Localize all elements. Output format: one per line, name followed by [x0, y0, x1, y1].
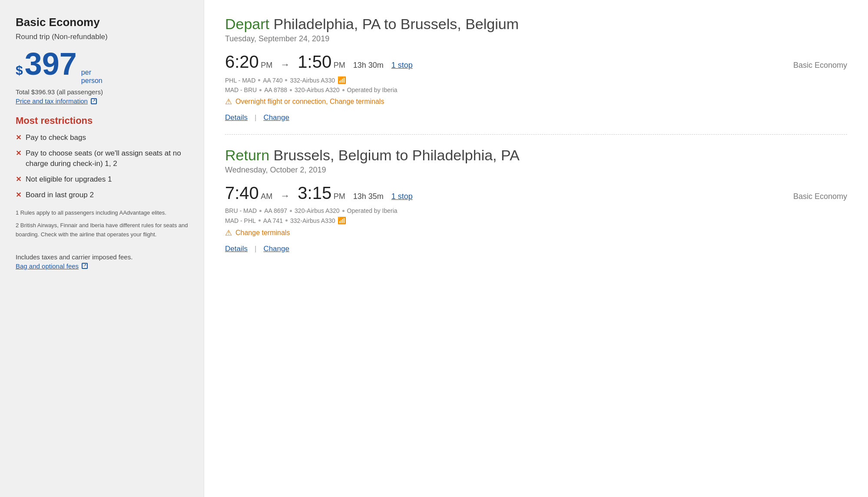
x-icon-3: ✕ — [16, 175, 21, 184]
restriction-item-3: ✕ Not eligible for upgrades 1 — [16, 174, 188, 185]
return-leg1-details: BRU - MAD AA 8697 320-Airbus A320 Operat… — [225, 207, 847, 214]
return-leg2-details: MAD - PHL AA 741 332-Airbus A330 📶 — [225, 216, 847, 225]
left-panel: Basic Economy Round trip (Non-refundable… — [0, 0, 204, 497]
restriction-item-4: ✕ Board in last group 2 — [16, 190, 188, 200]
wifi-icon-1: 📶 — [338, 76, 346, 84]
plan-title: Basic Economy — [16, 16, 188, 29]
return-header: Return Brussels, Belgium to Philadelphia… — [225, 147, 847, 164]
return-depart-time: 7:40 AM — [225, 183, 272, 203]
restriction-text-3: Not eligible for upgrades 1 — [26, 174, 112, 185]
wifi-icon-2: 📶 — [338, 216, 346, 225]
return-leg2-aircraft: 332-Airbus A330 — [290, 217, 335, 224]
depart-times-row: 6:20 PM → 1:50 PM 13h 30m 1 stop Basic E… — [225, 52, 847, 72]
depart-section: Depart Philadelphia, PA to Brussels, Bel… — [225, 16, 847, 122]
return-duration: 13h 35m — [353, 192, 384, 201]
footnote-2: 2 British Airways, Finnair and Iberia ha… — [16, 221, 188, 239]
return-stops-link[interactable]: 1 stop — [391, 192, 413, 201]
depart-leg2-flight: AA 8788 — [264, 86, 287, 93]
depart-change-link[interactable]: Change — [263, 113, 289, 122]
return-arrive-time: 3:15 PM — [298, 183, 345, 203]
price-tax-link[interactable]: Price and tax information — [16, 97, 188, 105]
depart-leg2-route: MAD - BRU — [225, 86, 257, 93]
dot-4 — [290, 89, 292, 91]
depart-details-link[interactable]: Details — [225, 113, 248, 122]
dot-9 — [258, 219, 261, 222]
dot-8 — [342, 210, 345, 212]
right-panel: Depart Philadelphia, PA to Brussels, Bel… — [204, 0, 868, 497]
x-icon-4: ✕ — [16, 190, 21, 200]
return-warning-row: ⚠ Change terminals — [225, 228, 847, 238]
bag-fees-external-icon — [82, 263, 88, 269]
depart-leg1-aircraft: 332-Airbus A330 — [290, 77, 335, 84]
depart-warning-row: ⚠ Overnight flight or connection, Change… — [225, 97, 847, 106]
arrow-icon-depart: → — [280, 59, 290, 70]
return-word: Return — [225, 147, 269, 163]
depart-word: Depart — [225, 16, 269, 32]
pipe-sep-2: | — [255, 245, 256, 253]
depart-route: Philadelphia, PA to Brussels, Belgium — [269, 16, 519, 32]
x-icon-2: ✕ — [16, 149, 21, 158]
bag-fees-link[interactable]: Bag and optional fees — [16, 262, 188, 270]
restrictions-title: Most restrictions — [16, 115, 188, 126]
return-times-row: 7:40 AM → 3:15 PM 13h 35m 1 stop Basic E… — [225, 183, 847, 203]
section-divider — [225, 134, 847, 135]
depart-action-links: Details | Change — [225, 113, 847, 122]
includes-text: Includes taxes and carrier imposed fees. — [16, 253, 188, 261]
return-leg1-aircraft: 320-Airbus A320 — [295, 207, 340, 214]
return-leg1-flight: AA 8697 — [264, 207, 287, 214]
return-section: Return Brussels, Belgium to Philadelphia… — [225, 147, 847, 253]
depart-stops-link[interactable]: 1 stop — [391, 61, 413, 70]
return-leg2-route: MAD - PHL — [225, 217, 256, 224]
return-details-link[interactable]: Details — [225, 245, 248, 253]
depart-duration: 13h 30m — [353, 61, 384, 70]
return-action-links: Details | Change — [225, 245, 847, 253]
warning-icon-depart: ⚠ — [225, 97, 232, 106]
warning-icon-return: ⚠ — [225, 228, 232, 238]
restriction-item-1: ✕ Pay to check bags — [16, 133, 188, 143]
dot-7 — [290, 210, 292, 212]
depart-date: Tuesday, September 24, 2019 — [225, 34, 847, 43]
x-icon-1: ✕ — [16, 133, 21, 142]
price-dollar-sign: $ — [16, 63, 23, 78]
return-leg1-operated: Operated by Iberia — [347, 207, 398, 214]
price-row: $ 397 perperson — [16, 48, 188, 85]
depart-leg2-aircraft: 320-Airbus A320 — [295, 86, 340, 93]
restriction-item-2: ✕ Pay to choose seats (or we'll assign s… — [16, 148, 188, 169]
depart-leg1-flight: AA 740 — [263, 77, 282, 84]
depart-arrive-time: 1:50 PM — [298, 52, 345, 72]
depart-class-label: Basic Economy — [793, 61, 847, 70]
dot-5 — [342, 89, 345, 91]
dot-10 — [285, 219, 288, 222]
return-route: Brussels, Belgium to Philadelphia, PA — [269, 147, 520, 163]
return-date: Wednesday, October 2, 2019 — [225, 166, 847, 175]
restriction-text-2: Pay to choose seats (or we'll assign sea… — [26, 148, 188, 169]
depart-leg1-route: PHL - MAD — [225, 77, 255, 84]
return-warning-text: Change terminals — [235, 229, 290, 237]
return-change-link[interactable]: Change — [263, 245, 289, 253]
dot-6 — [259, 210, 262, 212]
arrow-icon-return: → — [280, 190, 290, 202]
dot-3 — [259, 89, 262, 91]
total-price: Total $396.93 (all passengers) — [16, 88, 188, 96]
price-per-person: perperson — [81, 68, 103, 85]
depart-leg2-operated: Operated by Iberia — [347, 86, 398, 93]
depart-leg1-details: PHL - MAD AA 740 332-Airbus A330 📶 — [225, 76, 847, 84]
return-class-label: Basic Economy — [793, 192, 847, 201]
external-link-icon — [91, 98, 97, 104]
depart-leg2-details: MAD - BRU AA 8788 320-Airbus A320 Operat… — [225, 86, 847, 93]
pipe-sep-1: | — [255, 113, 256, 122]
plan-subtitle: Round trip (Non-refundable) — [16, 33, 188, 41]
depart-depart-time: 6:20 PM — [225, 52, 272, 72]
dot-1 — [258, 79, 260, 81]
footnotes: 1 Rules apply to all passengers includin… — [16, 209, 188, 239]
dot-2 — [285, 79, 287, 81]
return-leg2-flight: AA 741 — [263, 217, 283, 224]
depart-header: Depart Philadelphia, PA to Brussels, Bel… — [225, 16, 847, 33]
restriction-text-4: Board in last group 2 — [26, 190, 94, 200]
depart-warning-text: Overnight flight or connection, Change t… — [235, 98, 384, 106]
footnote-1: 1 Rules apply to all passengers includin… — [16, 209, 188, 218]
price-amount: 397 — [25, 48, 77, 80]
return-leg1-route: BRU - MAD — [225, 207, 257, 214]
restriction-text-1: Pay to check bags — [26, 133, 86, 143]
